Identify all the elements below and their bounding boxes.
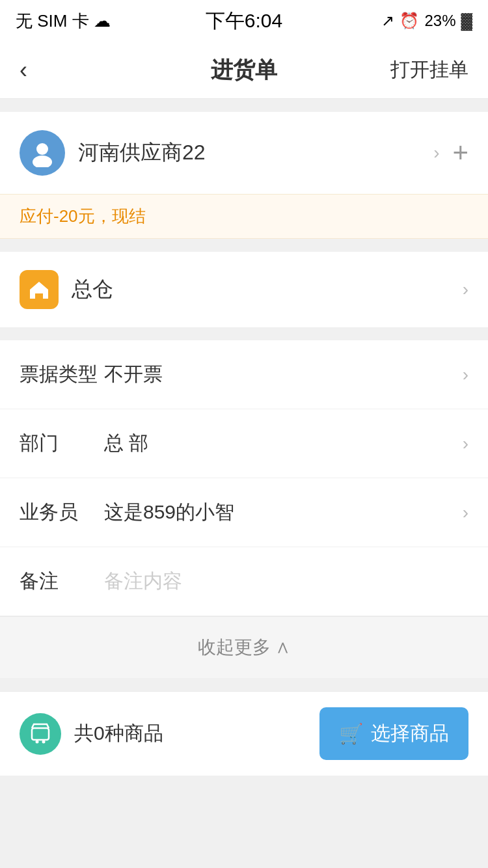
section-gap-4 — [0, 678, 488, 691]
invoice-type-label: 票据类型 — [20, 361, 98, 388]
section-gap-2 — [0, 239, 488, 252]
house-icon — [27, 278, 51, 301]
salesperson-label: 业务员 — [20, 499, 98, 526]
invoice-type-arrow-icon: › — [463, 364, 468, 385]
nav-bar: ‹ 进货单 打开挂单 — [0, 42, 488, 99]
warehouse-arrow-icon: › — [463, 279, 468, 300]
supplier-arrow-icon: › — [433, 142, 439, 163]
section-gap-3 — [0, 327, 488, 340]
department-label: 部门 — [20, 430, 98, 457]
warehouse-section: 总仓 › — [0, 252, 488, 327]
product-count-text: 共0种商品 — [74, 720, 319, 747]
invoice-type-row[interactable]: 票据类型 不开票 › — [0, 340, 488, 409]
department-arrow-icon: › — [463, 433, 468, 454]
svg-rect-2 — [32, 728, 49, 740]
warehouse-icon — [20, 270, 59, 309]
invoice-type-value: 不开票 — [98, 361, 463, 388]
department-row[interactable]: 部门 总 部 › — [0, 409, 488, 478]
section-gap-1 — [0, 99, 488, 112]
person-icon — [28, 139, 57, 167]
battery-icon: ▓ — [461, 12, 473, 30]
supplier-avatar — [20, 130, 65, 176]
status-time: 下午6:04 — [206, 8, 282, 34]
svg-point-3 — [36, 740, 39, 743]
remark-row[interactable]: 备注 备注内容 — [0, 547, 488, 616]
remark-input[interactable]: 备注内容 — [98, 568, 468, 595]
back-button[interactable]: ‹ — [20, 57, 27, 84]
status-bar: 无 SIM 卡 ☁ 下午6:04 ↗ ⏰ 23% ▓ — [0, 0, 488, 42]
notice-banner: 应付-20元，现结 — [0, 194, 488, 239]
status-left: 无 SIM 卡 ☁ — [16, 10, 111, 33]
page-title: 进货单 — [211, 55, 277, 85]
supplier-row[interactable]: 河南供应商22 › + — [0, 112, 488, 194]
supplier-name: 河南供应商22 — [78, 139, 433, 167]
svg-point-1 — [33, 156, 52, 167]
cart-icon — [28, 722, 53, 746]
salesperson-value: 这是859的小智 — [98, 499, 463, 526]
bottom-gray-area — [0, 776, 488, 868]
supplier-section: 河南供应商22 › + 应付-20元，现结 — [0, 112, 488, 239]
select-goods-cart-icon: 🛒 — [339, 722, 363, 745]
svg-point-4 — [42, 740, 46, 743]
svg-point-0 — [36, 143, 48, 155]
product-bar: 共0种商品 🛒 选择商品 — [0, 691, 488, 776]
remark-label: 备注 — [20, 568, 98, 595]
warehouse-row[interactable]: 总仓 › — [0, 252, 488, 327]
salesperson-row[interactable]: 业务员 这是859的小智 › — [0, 478, 488, 547]
warehouse-name: 总仓 — [72, 275, 463, 304]
open-pending-button[interactable]: 打开挂单 — [390, 57, 468, 83]
battery-level: 23% — [424, 12, 455, 30]
form-section: 票据类型 不开票 › 部门 总 部 › 业务员 这是859的小智 › 备注 备注… — [0, 340, 488, 616]
salesperson-arrow-icon: › — [463, 502, 468, 523]
select-goods-label: 选择商品 — [371, 720, 449, 747]
collapse-row[interactable]: 收起更多 ∧ — [0, 616, 488, 678]
product-icon — [20, 713, 61, 755]
collapse-text: 收起更多 ∧ — [198, 635, 291, 660]
status-right: ↗ ⏰ 23% ▓ — [381, 12, 472, 30]
sim-status: 无 SIM 卡 ☁ — [16, 10, 111, 33]
alarm-icon: ⏰ — [400, 12, 419, 30]
select-goods-button[interactable]: 🛒 选择商品 — [319, 707, 468, 760]
department-value: 总 部 — [98, 430, 463, 457]
add-supplier-button[interactable]: + — [452, 139, 468, 167]
location-icon: ↗ — [381, 12, 394, 30]
